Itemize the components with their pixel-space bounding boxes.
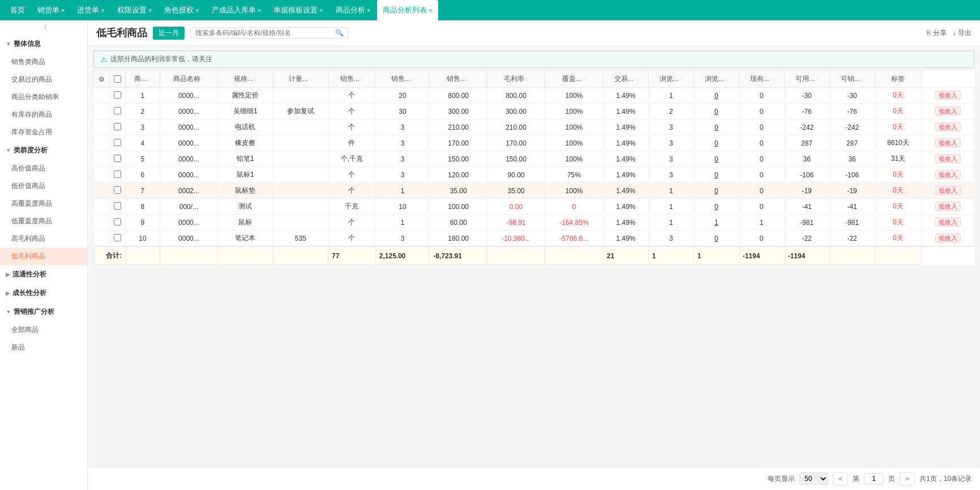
search-icon[interactable]: 🔍 [335,29,344,37]
sidebar-item-stock-goods[interactable]: 有库存的商品 [0,106,87,123]
cell-name: 笔记本 [218,231,273,247]
cell-saleable-stock: 0天 [875,183,922,199]
nav-close-purchase[interactable]: × [101,7,104,14]
nav-sales[interactable]: 销货单 × [32,0,70,20]
sidebar-item-new-goods[interactable]: 新品 [0,339,87,356]
cell-name: 属性定价 [218,88,273,104]
sidebar-group-overall-arrow: ▼ [6,41,11,47]
sidebar-item-high-margin[interactable]: 高毛利商品 [0,230,87,248]
sidebar-group-circulation[interactable]: ▶ 流通性分析 [0,265,87,284]
nav-close-product-analysis-list[interactable]: × [429,7,432,14]
row-checkbox-5[interactable] [114,171,121,178]
cell-tag: 低收入 [922,215,974,231]
nav-permissions[interactable]: 权限设置 × [112,0,157,20]
cell-browse1[interactable]: 0 [694,151,739,167]
data-table-container[interactable]: ⚙ 商... ↕ 商品名称 ↕ 规格... ↕ 计量... ↕ 销售... ↕ … [93,70,974,467]
row-checkbox-7[interactable] [114,202,121,210]
row-checkbox-6[interactable] [114,186,121,194]
sidebar-item-low-margin[interactable]: 低毛利商品 [0,248,87,265]
cell-checkbox[interactable] [110,151,126,167]
sidebar-item-traded-goods[interactable]: 交易过的商品 [0,71,87,88]
cell-checkbox[interactable] [110,183,126,199]
sidebar-item-high-coverage[interactable]: 高覆盖度商品 [0,195,87,212]
sidebar-item-low-value[interactable]: 低价值商品 [0,177,87,195]
cell-no: 2 [126,104,160,120]
cell-browse1[interactable]: 0 [694,183,739,199]
cell-available-stock: -30 [829,88,875,104]
sidebar-item-category-rate[interactable]: 商品分类助销率 [0,88,87,106]
period-button[interactable]: 近一月 [153,27,185,40]
cell-cover-rate: 1.49% [603,120,648,135]
col-settings[interactable]: ⚙ [94,71,110,88]
data-table: ⚙ 商... ↕ 商品名称 ↕ 规格... ↕ 计量... ↕ 销售... ↕ … [93,70,974,265]
cell-checkbox[interactable] [110,231,126,247]
sidebar-group-cluster[interactable]: ▼ 类群度分析 [0,141,87,160]
col-checkbox[interactable] [110,71,126,88]
cell-current-stock: -981 [784,215,829,231]
totals-empty6 [545,246,603,265]
cell-browse1[interactable]: 0 [694,88,739,104]
cell-tag: 低收入 [922,120,974,135]
nav-close-product-in[interactable]: × [258,7,261,14]
sidebar-item-stock-funds[interactable]: 库存资金占用 [0,123,87,141]
select-all-checkbox[interactable] [114,75,121,83]
sidebar-group-overall[interactable]: ▼ 整体信息 [0,35,87,53]
page-suffix: 页 [888,474,895,484]
cell-browse1[interactable]: 0 [694,120,739,135]
next-page-button[interactable]: ＞ [900,472,915,485]
search-input[interactable] [195,29,335,37]
cell-browse1[interactable]: 0 [694,199,739,215]
cell-sales-amt: 300.00 [430,104,487,120]
nav-close-product-analysis[interactable]: × [367,7,370,14]
table-header-row: ⚙ 商... ↕ 商品名称 ↕ 规格... ↕ 计量... ↕ 销售... ↕ … [94,71,974,88]
sidebar-item-all-goods[interactable]: 全部商品 [0,321,87,339]
cell-checkbox[interactable] [110,135,126,151]
sidebar-item-high-value[interactable]: 高价值商品 [0,160,87,177]
cell-checkbox[interactable] [110,120,126,135]
row-checkbox-3[interactable] [114,139,121,146]
nav-product-analysis[interactable]: 商品分析 × [330,0,376,20]
sidebar-item-low-coverage[interactable]: 低覆盖度商品 [0,212,87,230]
nav-close-sales[interactable]: × [61,7,65,14]
search-box[interactable]: 🔍 [190,27,349,39]
cell-browse1[interactable]: 0 [694,167,739,183]
row-checkbox-4[interactable] [114,155,121,162]
row-checkbox-2[interactable] [114,123,121,130]
nav-roles[interactable]: 角色授权 × [159,0,204,20]
cell-current-stock: -22 [784,231,829,247]
cell-browse2: 0 [739,88,784,104]
cell-browse1[interactable]: 1 [694,215,739,231]
cell-checkbox[interactable] [110,104,126,120]
row-checkbox-1[interactable] [114,107,121,114]
nav-close-template[interactable]: × [319,7,323,14]
sidebar-item-sales-goods[interactable]: 销售类商品 [0,53,87,71]
totals-trans-qty: 21 [603,246,648,265]
nav-product-analysis-list[interactable]: 商品分析列表 × [377,0,438,20]
page-input[interactable] [864,473,884,484]
export-button[interactable]: ↓ 导出 [952,28,972,38]
prev-page-button[interactable]: ＜ [833,472,848,485]
row-checkbox-9[interactable] [114,234,121,241]
cell-browse1[interactable]: 0 [694,231,739,247]
row-checkbox-8[interactable] [114,218,121,225]
cell-browse1[interactable]: 0 [694,104,739,120]
sidebar-collapse-button[interactable]: 《 [0,20,87,35]
cell-checkbox[interactable] [110,167,126,183]
cell-checkbox[interactable] [110,88,126,104]
nav-home[interactable]: 首页 [5,0,31,20]
row-checkbox-0[interactable] [114,91,121,99]
cell-checkbox[interactable] [110,215,126,231]
sidebar-group-marketing[interactable]: ▼ 营销推广分析 [0,302,87,321]
cell-browse1[interactable]: 0 [694,135,739,151]
nav-close-permissions[interactable]: × [148,7,152,14]
nav-product-in[interactable]: 产成品入库单 × [206,0,267,20]
sidebar-group-growth[interactable]: ▶ 成长性分析 [0,284,87,302]
share-button[interactable]: ⎘ 分享 [927,28,947,38]
cell-checkbox[interactable] [110,199,126,215]
per-page-select[interactable]: 50 20 100 [799,472,828,485]
nav-template[interactable]: 单据模板设置 × [268,0,328,20]
cell-code: 0000... [160,151,217,167]
nav-purchase[interactable]: 进货单 × [71,0,110,20]
cell-sales-qty: 3 [375,120,429,135]
nav-close-roles[interactable]: × [195,7,199,14]
